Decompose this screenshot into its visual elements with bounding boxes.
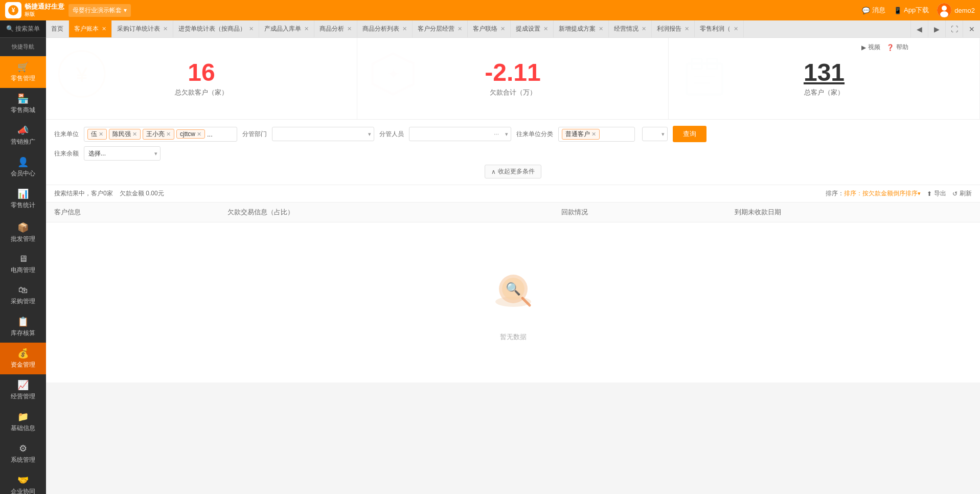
sidebar-item-ecommerce[interactable]: 🖥 电商管理: [0, 249, 46, 280]
tab-produce-close[interactable]: ✕: [304, 26, 309, 32]
tab-maximize-btn[interactable]: ⛶: [945, 20, 963, 38]
tab-product-list-close[interactable]: ✕: [402, 26, 407, 32]
stat-label-customers: 总欠款客户（家）: [175, 88, 228, 97]
col-customer-info: 客户信息: [46, 203, 219, 222]
unit-tag-more[interactable]: ...: [207, 130, 213, 138]
search-icon: 🔍: [6, 25, 14, 32]
unit-tag-1-close[interactable]: ✕: [99, 131, 103, 138]
refresh-icon: ↺: [952, 190, 958, 197]
message-icon: 💬: [862, 7, 870, 14]
sidebar-item-system[interactable]: ⚙ 系统管理: [0, 438, 46, 469]
user-menu[interactable]: demo2: [937, 3, 975, 17]
tab-new-plan-close[interactable]: ✕: [599, 26, 603, 32]
unit-filter-tags[interactable]: 伍 ✕ 陈民强 ✕ 王小亮 ✕: [84, 127, 237, 142]
sidebar-item-enterprise[interactable]: 🤝 企业协同: [0, 469, 46, 494]
tab-product-analysis[interactable]: 商品分析 ✕: [314, 20, 357, 38]
sidebar-item-retail-stats[interactable]: 📊 零售统计: [0, 183, 46, 215]
doc-help-btn[interactable]: ❓ 帮助: [886, 43, 908, 52]
quick-nav-label[interactable]: 快捷导航: [0, 41, 46, 53]
sidebar-item-inventory[interactable]: 📋 库存核算: [0, 311, 46, 343]
sidebar-item-retail[interactable]: 🛒 零售管理: [0, 56, 46, 88]
sidebar-item-basic-info[interactable]: 📁 基础信息: [0, 406, 46, 438]
tab-customers-close[interactable]: ✕: [102, 26, 106, 32]
sort-link[interactable]: 排序：按欠款金额倒序排序: [844, 190, 918, 197]
tab-customers[interactable]: 客户账本 ✕: [69, 20, 112, 38]
sidebar-item-marketing[interactable]: 📣 营销推广: [0, 120, 46, 151]
balance-select[interactable]: 选择...: [84, 146, 161, 161]
unit-tag-1[interactable]: 伍 ✕: [87, 129, 107, 140]
app-subtitle: 标版: [25, 11, 64, 18]
tab-prev-btn[interactable]: ◀: [910, 20, 928, 38]
tab-customer-contact-label: 客户联络: [473, 25, 497, 33]
tab-produce-in[interactable]: 产成品入库单 ✕: [259, 20, 314, 38]
dept-input[interactable]: [272, 127, 374, 141]
tab-segments-close[interactable]: ✕: [458, 26, 462, 32]
search-menu-btn[interactable]: 🔍 搜索菜单: [0, 20, 46, 38]
tab-customer-segments[interactable]: 客户分层经营 ✕: [413, 20, 468, 38]
collapse-btn[interactable]: ∧ 收起更多条件: [485, 165, 541, 178]
app-container: ¥ 畅捷通好生意 标版 母婴行业演示帐套 ▾ 💬 消息 📱 App下载: [0, 0, 980, 494]
tab-new-plan-label: 新增提成方案: [559, 25, 596, 33]
unit-tag-3[interactable]: 王小亮 ✕: [143, 129, 174, 140]
unit-tag-3-close[interactable]: ✕: [166, 131, 171, 138]
tab-retail-profit-close[interactable]: ✕: [734, 26, 738, 32]
export-btn[interactable]: ⬆ 导出: [927, 189, 946, 198]
unit-type-select[interactable]: [642, 127, 668, 141]
unit-tag-2-close[interactable]: ✕: [132, 131, 137, 138]
tab-business-close[interactable]: ✕: [642, 26, 646, 32]
table-header-row: 客户信息 欠款交易信息（占比） 回款情况 到期未收款日期: [46, 203, 980, 222]
tab-purchase-orders[interactable]: 采购订单统计表 ✕: [112, 20, 173, 38]
table-container: 客户信息 欠款交易信息（占比） 回款情况 到期未收款日期: [46, 203, 980, 383]
stat-bg-icon-total: [679, 48, 730, 109]
message-btn[interactable]: 💬 消息: [862, 6, 885, 15]
tab-next-btn[interactable]: ▶: [928, 20, 945, 38]
system-icon: ⚙: [19, 443, 27, 454]
sidebar-item-member[interactable]: 👤 会员中心: [0, 151, 46, 183]
tab-stock-stats[interactable]: 进货单统计表（按商品） ✕: [173, 20, 259, 38]
unit-tag-4[interactable]: cjttcw ✕: [176, 129, 205, 139]
sidebar-item-operations[interactable]: 📈 经营管理: [0, 374, 46, 406]
tab-product-analysis-list[interactable]: 商品分析列表 ✕: [357, 20, 413, 38]
tab-promotion-settings[interactable]: 提成设置 ✕: [511, 20, 554, 38]
video-help-btn[interactable]: ▶ 视频: [861, 43, 880, 52]
app-download-btn[interactable]: 📱 App下载: [894, 6, 929, 15]
tab-profit-close[interactable]: ✕: [685, 26, 689, 32]
play-icon: ▶: [861, 44, 866, 51]
sidebar-item-purchase[interactable]: 🛍 采购管理: [0, 280, 46, 311]
sidebar-item-wholesale[interactable]: 📦 批发管理: [0, 217, 46, 249]
tab-purchase-close[interactable]: ✕: [163, 26, 168, 32]
finance-icon: 💰: [17, 348, 29, 359]
enterprise-icon: 🤝: [17, 475, 29, 486]
sidebar-item-finance[interactable]: 💰 资金管理: [0, 343, 46, 374]
unit-tag-4-close[interactable]: ✕: [197, 131, 201, 138]
filter-row-2: 往来余额 选择...: [54, 146, 972, 161]
tab-contact-close[interactable]: ✕: [500, 26, 505, 32]
unit-tag-2[interactable]: 陈民强 ✕: [109, 129, 141, 140]
tab-business-status[interactable]: 经营情况 ✕: [609, 20, 652, 38]
tab-product-analysis-close[interactable]: ✕: [347, 26, 352, 32]
tab-close-all-btn[interactable]: ✕: [963, 20, 980, 38]
stat-number-debt: -2.11: [485, 60, 540, 85]
unit-type-select-wrapper: [642, 127, 668, 141]
refresh-btn[interactable]: ↺ 刷新: [952, 189, 972, 198]
tab-home[interactable]: 首页: [46, 20, 69, 38]
unit-type-tags[interactable]: 普通客户 ✕: [558, 127, 635, 142]
tab-retail-profit[interactable]: 零售利润（ ✕: [695, 20, 744, 38]
tab-produce-in-label: 产成品入库单: [264, 25, 301, 33]
tab-stock-close[interactable]: ✕: [249, 26, 254, 32]
tab-customer-contact[interactable]: 客户联络 ✕: [468, 20, 511, 38]
account-selector[interactable]: 母婴行业演示帐套 ▾: [69, 4, 131, 17]
filter-area: 往来单位 伍 ✕ 陈民强 ✕ 王小亮: [46, 120, 980, 185]
quick-nav[interactable]: 快捷导航: [0, 38, 46, 56]
unit-type-label: 往来单位分类: [516, 130, 553, 139]
unit-type-tag-close[interactable]: ✕: [591, 131, 596, 138]
empty-icon: 🔍: [488, 263, 539, 324]
tab-retail-profit-label: 零售利润（: [700, 25, 731, 33]
sidebar-label-retail-mall: 零售商城: [11, 106, 35, 115]
unit-type-tag-1[interactable]: 普通客户 ✕: [562, 129, 600, 140]
tab-promotion-close[interactable]: ✕: [543, 26, 548, 32]
sidebar-item-retail-mall[interactable]: 🏪 零售商城: [0, 88, 46, 120]
tab-profit-report[interactable]: 利润报告 ✕: [652, 20, 695, 38]
query-button[interactable]: 查询: [673, 126, 706, 142]
tab-new-plan[interactable]: 新增提成方案 ✕: [554, 20, 609, 38]
